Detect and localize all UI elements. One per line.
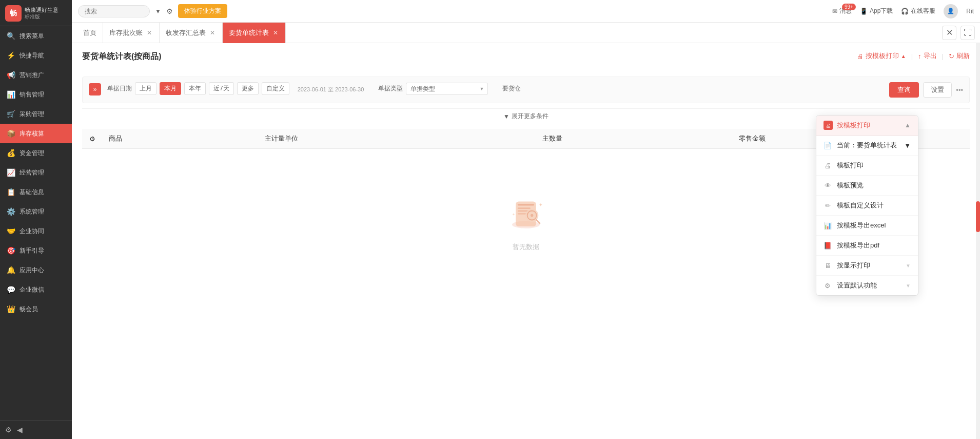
sidebar-item-wechat[interactable]: 💬 企业微信 (0, 280, 72, 299)
tabs-bar: 首页 库存批次账 ✕ 收发存汇总表 ✕ 要货单统计表 ✕ ✕ ⛶ (72, 23, 980, 43)
sidebar-item-label: 采购管理 (19, 110, 44, 119)
topbar: ▼ ⚙ 体验行业方案 ✉ 消息 99+ 📱 App下载 🎧 在线客服 👤 Rit (72, 0, 980, 23)
settings-btn[interactable]: 设置 (923, 82, 952, 98)
date-btn-this-year[interactable]: 本年 (184, 82, 206, 95)
user-avatar[interactable]: 👤 (944, 4, 958, 18)
sidebar-item-label: 基础信息 (19, 188, 44, 197)
chevron-up-icon: ▲ (901, 53, 906, 59)
date-btn-prev-month[interactable]: 上月 (135, 82, 156, 95)
sidebar-item-finance[interactable]: 💰 资金管理 (0, 143, 72, 163)
message-btn[interactable]: ✉ 消息 99+ (832, 7, 852, 15)
filter-expand-btn[interactable]: » (89, 83, 101, 96)
quick-nav-icon: ⚡ (6, 51, 15, 60)
more-options-icon[interactable]: ••• (956, 86, 963, 94)
sidebar-item-label: 应用中心 (19, 266, 44, 275)
print-dropdown-menu: 🖨 按模板打印 ▲ 📄 当前：要货单统计表 ▼ 🖨 模板打印 👁 (816, 115, 918, 296)
dropdown-display-print[interactable]: 🖥 按显示打印 ▼ (816, 256, 918, 276)
col-quantity: 主数量 (536, 129, 733, 149)
phone-icon: 📱 (860, 8, 868, 15)
empty-text: 暂无数据 (513, 242, 539, 252)
print-header-icon: 🖨 (824, 121, 833, 130)
sidebar-item-label: 库存核算 (19, 129, 44, 138)
topbar-gear-icon[interactable]: ⚙ (166, 7, 173, 15)
sidebar-item-quick-nav[interactable]: ⚡ 快捷导航 (0, 46, 72, 65)
sales-icon: 📊 (6, 90, 15, 99)
date-btn-this-month[interactable]: 本月 (160, 82, 181, 95)
topbar-dropdown-icon[interactable]: ▼ (155, 8, 161, 15)
dropdown-export-pdf[interactable]: 📕 按模板导出pdf (816, 236, 918, 256)
search-icon: 🔍 (6, 31, 15, 41)
sidebar-item-inventory[interactable]: 📦 库存核算 (0, 124, 72, 143)
app-version: 标准版 (25, 13, 58, 21)
sidebar-item-label: 销售管理 (19, 90, 44, 99)
printer-icon: 🖨 (857, 52, 864, 60)
dropdown-chevron-up[interactable]: ▲ (905, 122, 911, 129)
sidebar-bottom: ⚙ ◀ (0, 420, 72, 439)
sidebar-item-search[interactable]: 🔍 搜索菜单 (0, 26, 72, 46)
pdf-icon: 📕 (824, 241, 832, 250)
sidebar-item-system[interactable]: ⚙️ 系统管理 (0, 202, 72, 221)
scrollbar-y[interactable] (976, 43, 980, 439)
search-input[interactable] (78, 5, 150, 17)
tab-order-stats[interactable]: 要货单统计表 ✕ (223, 23, 286, 43)
gear-col-icon[interactable]: ⚙ (89, 135, 95, 143)
dropdown-export-excel[interactable]: 📊 按模板导出excel (816, 216, 918, 236)
col-unit: 主计量单位 (259, 129, 536, 149)
date-btn-7days[interactable]: 近7天 (209, 82, 234, 95)
sidebar-item-operation[interactable]: 📈 经营管理 (0, 163, 72, 182)
dropdown-set-default[interactable]: ⚙ 设置默认功能 ▼ (816, 276, 918, 295)
sidebar-item-apps[interactable]: 🔔 应用中心 (0, 260, 72, 280)
export-btn[interactable]: ↑ 导出 (918, 51, 937, 61)
tab-close-batch-accounts[interactable]: ✕ (146, 28, 153, 37)
type-select-wrapper: 单据类型 (406, 83, 488, 95)
query-btn[interactable]: 查询 (889, 82, 919, 98)
sidebar-item-guide[interactable]: 🎯 新手引导 (0, 241, 72, 260)
tab-close-all-btn[interactable]: ✕ (942, 26, 956, 40)
app-download-btn[interactable]: 📱 App下载 (860, 7, 893, 15)
sidebar-item-label: 畅会员 (19, 305, 38, 314)
settings-icon-btn[interactable]: ⚙ (5, 426, 12, 434)
tab-batch-accounts[interactable]: 库存批次账 ✕ (103, 23, 160, 43)
sidebar-item-label: 资金管理 (19, 149, 44, 158)
sidebar: 畅 畅康通好生意 标准版 🔍 搜索菜单 ⚡ 快捷导航 📢 营销推广 📊 销售管理… (0, 0, 72, 439)
dropdown-current-template[interactable]: 📄 当前：要货单统计表 ▼ (816, 136, 918, 156)
service-btn[interactable]: 🎧 在线客服 (901, 7, 935, 15)
empty-illustration: ✦ ✦ (503, 190, 549, 236)
sidebar-item-label: 快捷导航 (19, 51, 44, 60)
refresh-btn[interactable]: ↻ 刷新 (949, 51, 970, 61)
tab-close-receipt-summary[interactable]: ✕ (209, 28, 216, 37)
sidebar-item-corp[interactable]: 🤝 企业协同 (0, 221, 72, 241)
page-title: 要货单统计表(按商品) (82, 51, 162, 62)
svg-rect-2 (518, 204, 534, 206)
date-btn-custom[interactable]: 自定义 (262, 82, 289, 95)
type-filter-group: 单据类型 单据类型 (378, 83, 488, 95)
eye-icon: 👁 (824, 181, 832, 189)
type-select[interactable]: 单据类型 (406, 83, 488, 95)
tab-receipt-summary[interactable]: 收发存汇总表 ✕ (160, 23, 223, 43)
sidebar-item-purchase[interactable]: 🛒 采购管理 (0, 104, 72, 124)
collapse-btn[interactable]: ◀ (17, 426, 23, 434)
sidebar-item-basic[interactable]: 📋 基础信息 (0, 182, 72, 202)
display-icon: 🖥 (824, 261, 832, 270)
tab-close-order-stats[interactable]: ✕ (272, 28, 279, 37)
sidebar-nav: 🔍 搜索菜单 ⚡ 快捷导航 📢 营销推广 📊 销售管理 🛒 采购管理 📦 库存核… (0, 26, 72, 420)
scrollbar-thumb[interactable] (976, 201, 980, 232)
username-label: Rit (966, 8, 974, 15)
headset-icon: 🎧 (901, 8, 909, 15)
inventory-icon: 📦 (6, 129, 15, 138)
warehouse-filter-group: 要货仓 (502, 84, 521, 93)
printer-small-icon: 🖨 (824, 161, 832, 169)
default-settings-icon: ⚙ (824, 281, 832, 290)
dropdown-template-preview[interactable]: 👁 模板预览 (816, 176, 918, 196)
sidebar-item-sales[interactable]: 📊 销售管理 (0, 85, 72, 104)
print-template-btn[interactable]: 🖨 按模板打印 ▲ (857, 51, 906, 61)
dropdown-template-design[interactable]: ✏ 模板自定义设计 (816, 196, 918, 216)
tab-maximize-btn[interactable]: ⛶ (961, 26, 975, 40)
filter-bar: » 单据日期 上月 本月 本年 近7天 更多 自定义 2023-06-01 至 … (82, 77, 970, 103)
dropdown-template-print[interactable]: 🖨 模板打印 (816, 156, 918, 176)
sidebar-item-member[interactable]: 👑 畅会员 (0, 299, 72, 319)
tab-home[interactable]: 首页 (77, 23, 103, 43)
trial-button[interactable]: 体验行业方案 (178, 4, 227, 18)
sidebar-item-marketing[interactable]: 📢 营销推广 (0, 65, 72, 85)
date-btn-more[interactable]: 更多 (237, 82, 259, 95)
